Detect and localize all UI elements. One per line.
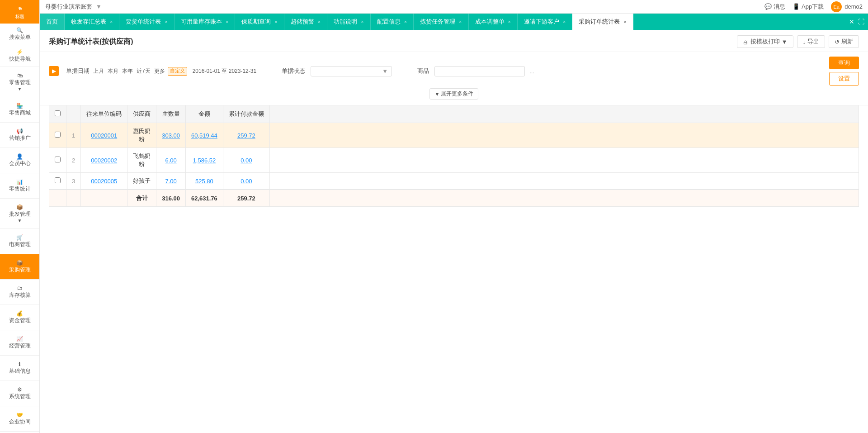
- sidebar-item-cooperation[interactable]: 🤝 企业协同: [0, 406, 39, 432]
- row2-supplier-code[interactable]: 00020002: [81, 148, 127, 173]
- overstock-warning-close-icon[interactable]: ×: [318, 19, 321, 24]
- row3-check[interactable]: [55, 177, 61, 183]
- shortcut-more[interactable]: 更多: [153, 67, 166, 76]
- row1-check[interactable]: [55, 132, 61, 138]
- sidebar-item-retail-stats[interactable]: 📊 零售统计: [0, 173, 39, 199]
- row3-supplier-code[interactable]: 00020005: [81, 173, 127, 190]
- tab-picking-task[interactable]: 拣货任务管理 ×: [414, 14, 468, 30]
- footer-amount: 62,631.76: [186, 190, 223, 207]
- sidebar-item-finance[interactable]: 💰 资金管理: [0, 305, 39, 330]
- tab-cost-adjust[interactable]: 成本调整单 ×: [469, 14, 518, 30]
- purchase-order-stats-tab-label: 采购订单统计表: [579, 18, 620, 26]
- tab-home[interactable]: 首页: [40, 14, 65, 30]
- sidebar-item-wholesale[interactable]: 📦 批发管理 ▼: [0, 199, 39, 229]
- cost-adjust-close-icon[interactable]: ×: [508, 19, 511, 24]
- footer-quantity: 316.00: [156, 190, 186, 207]
- filter-status-select[interactable]: ▼: [311, 66, 392, 76]
- row3-paid-amount[interactable]: 0.00: [223, 173, 269, 190]
- filter-goods-input[interactable]: [434, 66, 525, 76]
- select-all-checkbox[interactable]: [55, 110, 61, 116]
- app-download-area[interactable]: 📱 App下载: [793, 3, 824, 11]
- sidebar-search[interactable]: 🔍 搜索菜单: [0, 24, 39, 45]
- row1-supplier-code[interactable]: 00020001: [81, 123, 127, 148]
- sidebar-item-retail-shop[interactable]: 🏪 零售商城: [0, 97, 39, 123]
- export-button[interactable]: ↓ 导出: [797, 35, 826, 48]
- expand-button[interactable]: ▼ 展开更多条件: [429, 88, 478, 100]
- sidebar-item-marketing[interactable]: 📢 营销推广: [0, 123, 39, 148]
- receive-pay-close-icon[interactable]: ×: [110, 19, 113, 24]
- sidebar-item-basic-info[interactable]: ℹ 基础信息: [0, 356, 39, 381]
- row3-quantity[interactable]: 7.00: [156, 173, 186, 190]
- table-row: 3 00020005 好孩子 7.00 525.80 0.00: [49, 173, 859, 190]
- user-area[interactable]: Ea demo2: [831, 1, 863, 12]
- sidebar-item-operations-label: 经营管理: [9, 342, 31, 350]
- tab-config-info[interactable]: 配置信息 ×: [371, 14, 414, 30]
- refresh-button[interactable]: ↺ 刷新: [829, 35, 859, 48]
- row3-checkbox[interactable]: [49, 173, 66, 190]
- invite-downstream-close-icon[interactable]: ×: [563, 19, 566, 24]
- filter-date-item: 单据日期 上月 本月 本年 近7天 更多 自定义 2016-01-01 至 20…: [66, 67, 256, 76]
- row3-supplier-name: 好孩子: [127, 173, 156, 190]
- tab-invite-downstream[interactable]: 邀请下游客户 ×: [518, 14, 572, 30]
- query-button[interactable]: 查询: [829, 57, 859, 69]
- goods-more-icon[interactable]: ...: [529, 68, 534, 75]
- purchase-order-stats-close-icon[interactable]: ×: [623, 19, 626, 24]
- avatar: Ea: [831, 1, 842, 12]
- sidebar-item-system[interactable]: ⚙ 系统管理: [0, 381, 39, 406]
- usable-inventory-close-icon[interactable]: ×: [226, 19, 228, 24]
- expiry-query-close-icon[interactable]: ×: [274, 19, 277, 24]
- cost-adjust-tab-label: 成本调整单: [475, 18, 505, 26]
- logo-icon: 畅: [13, 4, 27, 13]
- row2-checkbox[interactable]: [49, 148, 66, 173]
- row1-checkbox[interactable]: [49, 123, 66, 148]
- row2-quantity[interactable]: 6.00: [156, 148, 186, 173]
- goods-stats-close-icon[interactable]: ×: [165, 19, 167, 24]
- sidebar-item-cooperation-label: 企业协同: [9, 418, 31, 426]
- row1-quantity[interactable]: 303.00: [156, 123, 186, 148]
- sidebar-quick-nav[interactable]: ⚡ 快捷导航: [0, 45, 39, 67]
- filter-status-item: 单据状态 ▼: [282, 66, 392, 76]
- row1-amount[interactable]: 60,519.44: [186, 123, 223, 148]
- topbar-right: 💬 消息 📱 App下载 Ea demo2: [764, 1, 863, 12]
- shortcut-7days[interactable]: 近7天: [136, 67, 151, 76]
- row2-paid-amount[interactable]: 0.00: [223, 148, 269, 173]
- sidebar-item-finance-label: 资金管理: [9, 317, 31, 324]
- shortcut-last-month[interactable]: 上月: [92, 67, 105, 76]
- picking-task-close-icon[interactable]: ×: [459, 19, 462, 24]
- row2-amount[interactable]: 1,586.52: [186, 148, 223, 173]
- function-desc-close-icon[interactable]: ×: [361, 19, 363, 24]
- row3-amount[interactable]: 525.80: [186, 173, 223, 190]
- sidebar-item-member-center[interactable]: 👤 会员中心: [0, 148, 39, 173]
- tab-function-desc[interactable]: 功能说明 ×: [327, 14, 370, 30]
- tab-goods-stats[interactable]: 要货单统计表 ×: [119, 14, 174, 30]
- tab-purchase-order-stats[interactable]: 采购订单统计表 ×: [572, 14, 633, 30]
- shortcut-this-year[interactable]: 本年: [121, 67, 134, 76]
- message-area[interactable]: 💬 消息: [764, 3, 785, 11]
- sidebar-item-ecommerce[interactable]: 🛒 电商管理: [0, 229, 39, 254]
- finance-icon: 💰: [16, 310, 23, 317]
- tab-usable-inventory[interactable]: 可用量库存账本 ×: [175, 14, 235, 30]
- row1-paid-amount[interactable]: 259.72: [223, 123, 269, 148]
- print-button[interactable]: 🖨 按模板打印 ▼: [737, 35, 793, 48]
- settings-button[interactable]: 设置: [829, 72, 859, 86]
- filter-toggle[interactable]: ▶: [49, 66, 59, 76]
- shortcut-custom[interactable]: 自定义: [168, 67, 187, 76]
- sidebar-item-inventory[interactable]: 🗂 库存核算: [0, 280, 39, 305]
- sidebar-item-operations[interactable]: 📈 经营管理: [0, 330, 39, 356]
- sidebar-item-wholesale-label: 批发管理: [9, 210, 31, 218]
- tab-receive-pay[interactable]: 收发存汇总表 ×: [65, 14, 119, 30]
- export-icon: ↓: [803, 38, 806, 45]
- invite-downstream-tab-label: 邀请下游客户: [524, 18, 559, 26]
- tab-expiry-query[interactable]: 保质期查询 ×: [235, 14, 284, 30]
- shortcut-this-month[interactable]: 本月: [107, 67, 119, 76]
- config-info-close-icon[interactable]: ×: [404, 19, 407, 24]
- company-dropdown-icon[interactable]: ▼: [96, 3, 102, 10]
- sidebar-item-purchase[interactable]: 📦 采购管理: [0, 254, 39, 280]
- tab-overstock-warning[interactable]: 超储预警 ×: [284, 14, 327, 30]
- wholesale-chevron-icon: ▼: [18, 218, 22, 223]
- tabs-expand-icon[interactable]: ⛶: [858, 18, 864, 25]
- tabs-close-icon[interactable]: ✕: [849, 18, 854, 25]
- nav-tabs: 首页 收发存汇总表 × 要货单统计表 × 可用量库存账本 × 保质期查询 × 超…: [40, 14, 868, 30]
- sidebar-item-retail-mgmt[interactable]: 🛍 零售管理 ▼: [0, 67, 39, 97]
- row2-check[interactable]: [55, 157, 61, 162]
